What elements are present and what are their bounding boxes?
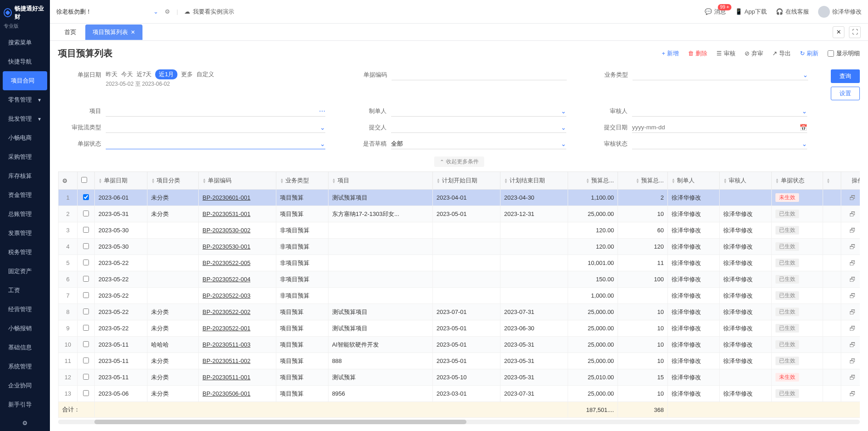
service-button[interactable]: 🎧 在线客服	[776, 8, 809, 16]
draft-select[interactable]: ⌄	[391, 138, 566, 149]
submitter-select[interactable]: ⌄	[391, 122, 566, 133]
code-link[interactable]: BP-20230531-001	[202, 211, 250, 217]
tab-0[interactable]: 首页	[57, 24, 83, 40]
sort-icon[interactable]: ▲▼	[98, 178, 102, 184]
sidebar-item-19[interactable]: 新手引导	[0, 395, 50, 414]
code-link[interactable]: BP-20230511-003	[202, 341, 250, 348]
code-link[interactable]: BP-20230601-001	[202, 194, 250, 201]
sidebar-item-1[interactable]: 快捷导航	[0, 52, 50, 71]
row-checkbox[interactable]	[83, 374, 89, 380]
query-button[interactable]: 查询	[831, 69, 860, 83]
code-link[interactable]: BP-20230530-001	[202, 243, 250, 250]
column-config-button[interactable]: ⚙	[59, 172, 78, 190]
sort-icon[interactable]: ▲▼	[504, 178, 508, 184]
view-icon[interactable]: 🗗	[849, 325, 856, 332]
tab-1[interactable]: 项目预算列表✕	[85, 24, 142, 40]
column-header[interactable]: ▲▼项目分类	[147, 172, 199, 190]
code-link[interactable]: BP-20230522-001	[202, 325, 250, 332]
status-select[interactable]: ⌄	[106, 138, 325, 149]
table-row[interactable]: 92023-05-22未分类BP-20230522-001项目预算测试预算项目2…	[59, 320, 860, 337]
row-checkbox[interactable]	[83, 243, 89, 249]
sidebar-item-7[interactable]: 库存核算	[0, 167, 50, 186]
column-header-extra[interactable]: ▲▼	[823, 172, 841, 190]
export-button[interactable]: ↗导出	[772, 49, 791, 58]
sidebar-item-0[interactable]: 搜索菜单	[0, 33, 50, 52]
row-checkbox[interactable]	[83, 309, 89, 314]
code-link[interactable]: BP-20230511-002	[202, 358, 250, 364]
config-button[interactable]: 设置	[831, 87, 860, 100]
account-switcher[interactable]: 徐老板勿删！ ⌄	[56, 8, 158, 16]
auditor-select[interactable]: ⌄	[632, 106, 807, 117]
sidebar-item-6[interactable]: 采购管理	[0, 147, 50, 167]
more-icon[interactable]: ⋯	[319, 108, 325, 115]
date-chip[interactable]: 更多	[181, 70, 193, 78]
calendar-icon[interactable]: 📅	[799, 124, 807, 131]
project-input[interactable]: ⋯	[106, 106, 325, 117]
close-icon[interactable]: ✕	[131, 29, 135, 35]
sidebar-item-11[interactable]: 税务管理	[0, 243, 50, 262]
row-checkbox[interactable]	[83, 325, 89, 331]
view-icon[interactable]: 🗗	[849, 260, 856, 267]
view-icon[interactable]: 🗗	[849, 243, 856, 250]
code-link[interactable]: BP-20230522-005	[202, 260, 250, 266]
table-row[interactable]: 42023-05-30BP-20230530-001非项目预算120.00120…	[59, 239, 860, 255]
sidebar-item-17[interactable]: 系统管理	[0, 357, 50, 376]
scrollbar-thumb[interactable]	[94, 420, 466, 424]
demo-link[interactable]: ☁ 我要看实例演示	[184, 8, 234, 16]
row-checkbox[interactable]	[83, 341, 89, 347]
collapse-filters-button[interactable]: ⌃收起更多条件	[434, 157, 484, 167]
fullscreen-button[interactable]: ⛶	[849, 26, 861, 38]
audit-button[interactable]: ☰审核	[716, 49, 736, 58]
code-link[interactable]: BP-20230506-001	[202, 390, 250, 397]
row-checkbox[interactable]	[83, 276, 89, 282]
sort-icon[interactable]: ▲▼	[672, 178, 675, 184]
select-all-checkbox[interactable]	[81, 177, 87, 183]
row-checkbox[interactable]	[83, 390, 89, 396]
table-row[interactable]: 82023-05-22未分类BP-20230522-002项目预算测试预算项目2…	[59, 304, 860, 320]
sidebar-item-18[interactable]: 企业协同	[0, 376, 50, 395]
sort-icon[interactable]: ▲▼	[636, 178, 639, 184]
view-icon[interactable]: 🗗	[849, 390, 856, 397]
date-chip[interactable]: 自定义	[196, 70, 214, 78]
message-button[interactable]: 💬 消息 99 +	[705, 8, 726, 16]
table-row[interactable]: 102023-05-11哈哈哈BP-20230511-003项目预算AI智能软硬…	[59, 337, 860, 353]
sort-icon[interactable]: ▲▼	[436, 178, 440, 184]
code-link[interactable]: BP-20230522-003	[202, 292, 250, 299]
row-checkbox[interactable]	[83, 211, 89, 216]
column-header[interactable]: ▲▼单据状态	[771, 172, 823, 190]
settings-icon[interactable]: ⚙	[165, 8, 170, 15]
sidebar-item-3[interactable]: 零售管理▼	[0, 90, 50, 109]
sort-icon[interactable]: ▲▼	[332, 178, 336, 184]
view-icon[interactable]: 🗗	[849, 358, 856, 365]
close-tabs-button[interactable]: ✕	[833, 26, 844, 38]
row-checkbox[interactable]	[83, 358, 89, 363]
row-checkbox[interactable]	[83, 194, 89, 200]
biztype-select[interactable]: ⌄	[633, 69, 808, 80]
date-chip[interactable]: 近7天	[137, 70, 152, 78]
row-checkbox[interactable]	[83, 292, 89, 298]
column-header[interactable]: ▲▼计划结束日期	[500, 172, 568, 190]
table-row[interactable]: 112023-05-11未分类BP-20230511-002项目预算888202…	[59, 353, 860, 369]
sidebar-item-14[interactable]: 经营管理	[0, 300, 50, 319]
sidebar-item-2[interactable]: 项目合同	[3, 71, 47, 90]
column-header[interactable]: ▲▼审核人	[720, 172, 771, 190]
sidebar-item-5[interactable]: 小畅电商	[0, 128, 50, 147]
table-row[interactable]: 22023-05-31未分类BP-20230531-001项目预算东方塞纳17-…	[59, 206, 860, 222]
date-chip[interactable]: 今天	[121, 70, 133, 78]
user-menu[interactable]: 徐泽华修改	[818, 6, 862, 18]
sidebar-item-10[interactable]: 发票管理	[0, 224, 50, 243]
code-link[interactable]: BP-20230522-004	[202, 276, 250, 283]
submitdate-input[interactable]: 📅	[632, 122, 807, 133]
column-header[interactable]: ▲▼单据日期	[95, 172, 147, 190]
code-link[interactable]: BP-20230522-002	[202, 309, 250, 315]
table-row[interactable]: 72023-05-22BP-20230522-003非项目预算1,000.00徐…	[59, 288, 860, 304]
column-header[interactable]: ▲▼项目	[328, 172, 432, 190]
app-download-button[interactable]: 📱 App下载	[735, 8, 767, 16]
row-checkbox[interactable]	[83, 227, 89, 233]
column-header[interactable]: ▲▼单据编码	[199, 172, 276, 190]
sidebar-item-12[interactable]: 固定资产	[0, 262, 50, 281]
code-input[interactable]	[392, 69, 567, 80]
sidebar-item-4[interactable]: 批发管理▼	[0, 109, 50, 128]
table-row[interactable]: 122023-05-11未分类BP-20230511-001项目预算测试预算20…	[59, 369, 860, 386]
refresh-button[interactable]: ↻刷新	[800, 49, 819, 58]
